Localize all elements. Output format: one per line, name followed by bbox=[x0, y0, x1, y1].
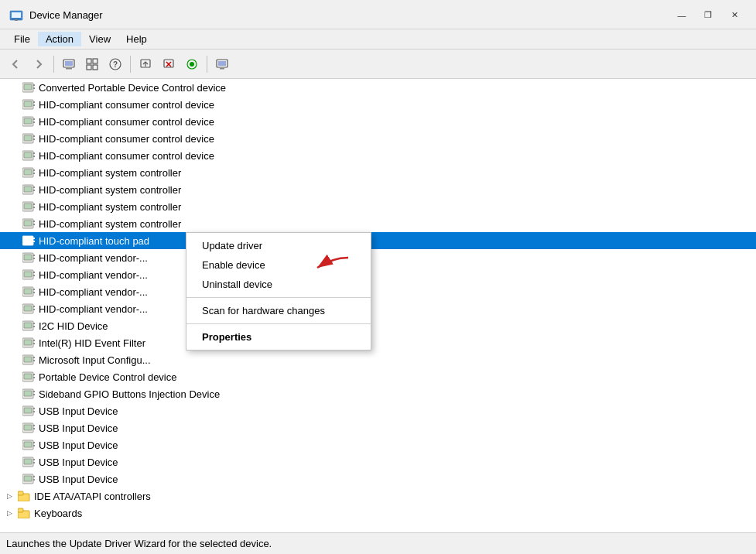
svg-rect-5 bbox=[65, 61, 73, 66]
svg-rect-106 bbox=[33, 425, 35, 426]
device-label: HID-compliant system controller bbox=[39, 184, 181, 196]
svg-rect-10 bbox=[93, 65, 97, 70]
svg-rect-3 bbox=[15, 19, 18, 21]
list-item[interactable]: I2C HID Device bbox=[0, 317, 756, 334]
device-list[interactable]: Converted Portable Device Control device… bbox=[0, 79, 756, 532]
list-item[interactable]: Microsoft Input Configu... bbox=[0, 351, 756, 368]
ctx-properties[interactable]: Properties bbox=[186, 327, 371, 347]
category-item-keyboards[interactable]: ▷ Keyboards bbox=[0, 504, 756, 522]
svg-rect-91 bbox=[33, 360, 35, 361]
svg-rect-46 bbox=[33, 173, 35, 174]
category-icon-keyboards bbox=[17, 506, 31, 520]
svg-rect-81 bbox=[24, 323, 32, 328]
list-item[interactable]: USB Input Device bbox=[0, 453, 756, 470]
list-item[interactable]: Sideband GPIO Buttons Injection Device bbox=[0, 385, 756, 402]
svg-rect-98 bbox=[33, 391, 35, 392]
list-item[interactable]: USB Input Device bbox=[0, 436, 756, 453]
list-item[interactable]: USB Input Device bbox=[0, 402, 756, 419]
list-item[interactable]: HID-compliant vendor-... bbox=[0, 283, 756, 300]
list-item[interactable]: HID-compliant consumer control device bbox=[0, 130, 756, 147]
svg-rect-74 bbox=[33, 289, 35, 290]
device-label: HID-compliant vendor-... bbox=[39, 269, 148, 281]
list-item[interactable]: HID-compliant consumer control device bbox=[0, 96, 756, 113]
svg-rect-56 bbox=[24, 221, 32, 226]
list-item[interactable]: HID-compliant consumer control device bbox=[0, 147, 756, 164]
svg-point-19 bbox=[190, 62, 194, 67]
menu-file[interactable]: File bbox=[6, 32, 38, 46]
separator-3 bbox=[207, 56, 207, 73]
computer-properties-button[interactable] bbox=[58, 53, 80, 75]
svg-rect-26 bbox=[33, 87, 35, 89]
list-item-selected[interactable]: HID-compliant touch pad Update driver En… bbox=[0, 232, 756, 249]
list-item[interactable]: Intel(R) HID Event Filter bbox=[0, 334, 756, 351]
device-icon bbox=[22, 387, 36, 401]
device-label: HID-compliant consumer control device bbox=[39, 99, 214, 111]
device-icon bbox=[22, 251, 36, 265]
svg-rect-79 bbox=[33, 309, 35, 310]
menu-action[interactable]: Action bbox=[38, 32, 81, 46]
device-icon bbox=[22, 200, 36, 214]
list-item[interactable]: USB Input Device bbox=[0, 419, 756, 436]
svg-rect-66 bbox=[33, 255, 35, 256]
list-item[interactable]: Portable Device Control device bbox=[0, 368, 756, 385]
display-button[interactable] bbox=[211, 53, 233, 75]
list-item[interactable]: USB Input Device bbox=[0, 470, 756, 487]
forward-button[interactable] bbox=[28, 53, 50, 75]
category-label-keyboards: Keyboards bbox=[34, 508, 82, 519]
svg-rect-41 bbox=[33, 152, 35, 154]
minimize-button[interactable]: — bbox=[669, 7, 694, 24]
main-area: Converted Portable Device Control device… bbox=[0, 79, 756, 532]
ctx-enable-device[interactable]: Enable device bbox=[186, 255, 371, 275]
svg-rect-48 bbox=[24, 186, 32, 192]
update-driver-button[interactable] bbox=[135, 53, 156, 75]
list-item[interactable]: Converted Portable Device Control device bbox=[0, 79, 756, 96]
list-item[interactable]: HID-compliant consumer control device bbox=[0, 113, 756, 130]
svg-rect-103 bbox=[33, 411, 35, 412]
close-button[interactable]: ✕ bbox=[722, 7, 747, 24]
category-item-ide[interactable]: ▷ IDE ATA/ATAPI controllers bbox=[0, 487, 756, 504]
remove-device-button[interactable] bbox=[158, 53, 180, 75]
separator-1 bbox=[53, 56, 54, 73]
device-label: USB Input Device bbox=[39, 422, 118, 434]
ctx-uninstall-device[interactable]: Uninstall device bbox=[186, 275, 371, 294]
svg-rect-113 bbox=[24, 459, 32, 464]
list-item[interactable]: HID-compliant system controller bbox=[0, 181, 756, 198]
restore-button[interactable]: ❐ bbox=[696, 7, 720, 24]
svg-rect-33 bbox=[33, 118, 35, 120]
list-item[interactable]: HID-compliant system controller bbox=[0, 164, 756, 181]
svg-text:?: ? bbox=[113, 60, 118, 69]
window-title: Device Manager bbox=[29, 9, 103, 21]
svg-rect-21 bbox=[218, 61, 226, 66]
list-item[interactable]: HID-compliant system controller bbox=[0, 215, 756, 232]
title-bar: Device Manager — ❐ ✕ bbox=[0, 0, 756, 29]
svg-rect-89 bbox=[24, 357, 32, 362]
device-icon bbox=[22, 132, 36, 145]
list-item[interactable]: HID-compliant vendor-... bbox=[0, 300, 756, 317]
svg-rect-2 bbox=[12, 19, 21, 19]
list-item[interactable]: HID-compliant vendor-... bbox=[0, 249, 756, 266]
list-item[interactable]: HID-compliant system controller bbox=[0, 198, 756, 215]
menu-help[interactable]: Help bbox=[118, 32, 155, 46]
back-button[interactable] bbox=[5, 53, 26, 75]
svg-rect-36 bbox=[24, 135, 32, 141]
svg-rect-67 bbox=[33, 258, 35, 259]
svg-rect-60 bbox=[24, 238, 32, 243]
device-icon bbox=[22, 166, 36, 180]
svg-rect-117 bbox=[24, 476, 32, 481]
svg-rect-114 bbox=[33, 459, 35, 460]
title-bar-left: Device Manager bbox=[9, 9, 103, 22]
ctx-update-driver[interactable]: Update driver bbox=[186, 236, 371, 255]
ctx-separator-1 bbox=[186, 297, 371, 298]
device-label: HID-compliant consumer control device bbox=[39, 133, 214, 145]
ctx-scan-hardware[interactable]: Scan for hardware changes bbox=[186, 301, 371, 320]
device-label: HID-compliant consumer control device bbox=[39, 150, 214, 162]
menu-view[interactable]: View bbox=[81, 32, 118, 46]
device-icon bbox=[22, 438, 36, 452]
scan-hardware-button[interactable] bbox=[181, 53, 203, 75]
svg-rect-28 bbox=[24, 101, 32, 107]
list-item[interactable]: HID-compliant vendor-... bbox=[0, 266, 756, 283]
svg-rect-85 bbox=[24, 340, 32, 345]
help-button[interactable]: ? bbox=[104, 53, 126, 75]
svg-rect-73 bbox=[24, 289, 32, 294]
expand-all-button[interactable] bbox=[81, 53, 103, 75]
